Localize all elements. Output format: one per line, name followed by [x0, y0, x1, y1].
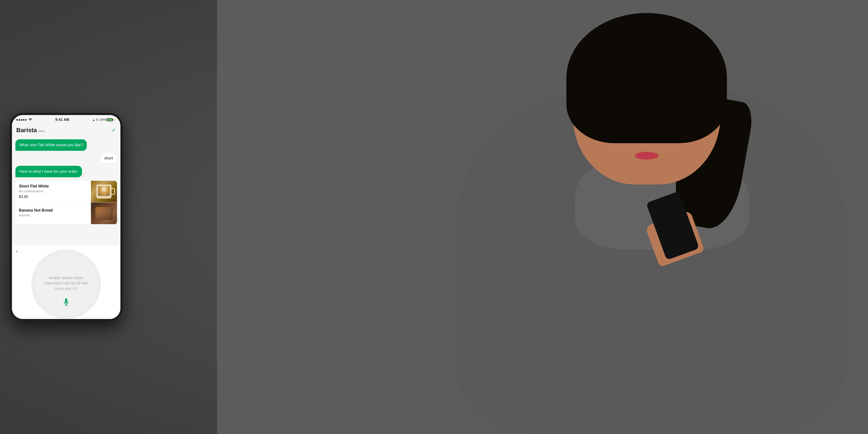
order-item-bread-image — [91, 203, 117, 224]
person-hair — [566, 13, 727, 143]
order-item-coffee-image — [91, 181, 117, 202]
order-item-bread-name: Banana Nut Bread — [19, 208, 88, 213]
order-item-coffee-customization: No customizations — [19, 189, 88, 193]
charge-icon: ⚡ — [113, 119, 116, 121]
location-icon: ▲ — [92, 118, 95, 122]
bluetooth-icon: B — [96, 118, 98, 121]
mic-button[interactable] — [62, 298, 70, 307]
status-left — [16, 118, 32, 122]
battery-fill — [107, 119, 112, 121]
order-item-coffee-price: $3.85 — [19, 195, 88, 199]
bread-slice-art — [95, 207, 113, 220]
signal-dot-2 — [19, 119, 20, 121]
order-card: Short Flat White No customizations $3.85 — [16, 181, 117, 224]
signal-dots — [16, 119, 27, 121]
close-button[interactable]: × — [16, 249, 18, 254]
status-bar: 9:41 AM ▲ B 100% ⚡ — [12, 115, 120, 125]
order-item-bread: Banana Nut Bread warmed — [16, 203, 117, 224]
header-title: Barista beta — [16, 127, 44, 134]
phone-screen: 9:41 AM ▲ B 100% ⚡ Barista — [12, 115, 120, 319]
order-item-coffee-name: Short Flat White — [19, 184, 88, 189]
order-item-bread-customization: warmed — [19, 214, 88, 217]
order-item-bread-info: Banana Nut Bread warmed — [16, 203, 91, 224]
bot-message-1: What size Flat White would you like? — [16, 139, 87, 151]
status-right: ▲ B 100% ⚡ — [92, 118, 116, 122]
check-icon[interactable]: ✓ — [112, 127, 116, 133]
signal-dot-5 — [25, 119, 27, 121]
order-item-coffee: Short Flat White No customizations $3.85 — [16, 181, 117, 203]
wifi-icon — [28, 118, 32, 122]
coffee-image-art — [91, 181, 117, 202]
voice-circle: double upside down macchiato half decaf … — [31, 250, 101, 319]
bot-message-2: Here is what I have for your order. — [16, 166, 82, 177]
app-title: Barista — [16, 127, 37, 134]
bread-image-art — [91, 203, 117, 224]
signal-dot-1 — [16, 119, 18, 121]
order-item-coffee-info: Short Flat White No customizations $3.85 — [16, 181, 91, 202]
battery-container: 100% ⚡ — [99, 118, 116, 121]
phone-wrapper: 9:41 AM ▲ B 100% ⚡ Barista — [9, 11, 124, 423]
voice-input-area[interactable]: × double upside down macchiato half deca… — [12, 245, 120, 319]
battery-percent: 100% — [99, 118, 106, 121]
signal-dot-3 — [21, 119, 22, 121]
coffee-cup-art — [96, 184, 112, 198]
signal-dot-4 — [23, 119, 24, 121]
phone-device: 9:41 AM ▲ B 100% ⚡ Barista — [10, 113, 123, 321]
person-lips — [635, 152, 659, 159]
chat-area: What size Flat White would you like? sho… — [12, 136, 120, 245]
voice-placeholder-text: double upside down macchiato half decaf … — [40, 275, 92, 292]
app-beta-badge: beta — [39, 129, 44, 133]
app-header: Barista beta ✓ — [12, 125, 120, 136]
user-message-1: short — [100, 153, 117, 163]
status-time: 9:41 AM — [55, 118, 69, 122]
person-scene — [217, 0, 868, 434]
battery-icon — [106, 118, 113, 121]
